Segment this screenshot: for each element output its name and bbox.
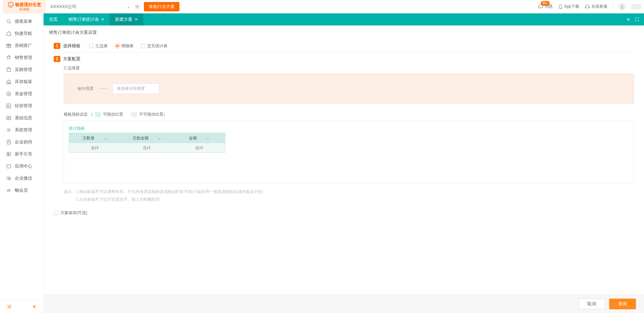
sidebar-item-operation[interactable]: 经营管理 [0, 100, 43, 112]
sidebar-item-inventory[interactable]: 库存核算 [0, 76, 43, 88]
sidebar-item-quick-nav[interactable]: 快捷导航 [0, 27, 43, 40]
total-cell: 合计 [121, 143, 173, 152]
chevron-down-icon: ⌄ [206, 136, 210, 140]
tab-label: 销售订单统计表 [68, 16, 99, 22]
online-service-label: 在线客服 [591, 4, 607, 9]
step-2-label: 方案配置 [63, 56, 80, 62]
radio-detail[interactable]: 明细表 [115, 43, 133, 49]
gift-icon [6, 43, 11, 48]
company-name: XXXXXX公司 [50, 4, 76, 10]
summary-dim-label: 汇总维度 [64, 65, 634, 71]
vip-icon [6, 188, 11, 193]
footer: 取消 查询 [44, 294, 644, 313]
dash [99, 88, 107, 89]
wechat-icon [6, 176, 11, 181]
avatar[interactable] [619, 3, 626, 10]
svg-rect-18 [7, 165, 11, 168]
logo[interactable]: 畅捷通好生意 标准版 [3, 0, 46, 13]
sidebar-label: 搜索菜单 [15, 18, 32, 24]
svg-point-15 [8, 129, 9, 131]
sidebar-label: 资金管理 [15, 91, 32, 97]
chevron-down-icon: ⌄ [158, 136, 161, 140]
svg-point-20 [8, 178, 11, 180]
svg-rect-5 [585, 7, 586, 8]
fullscreen-icon[interactable] [635, 17, 639, 22]
sidebar-item-purchase[interactable]: 采购管理 [0, 64, 43, 76]
svg-point-7 [622, 5, 623, 7]
list-icon [6, 115, 11, 121]
logo-icon [8, 2, 14, 8]
logo-subtitle: 标准版 [19, 7, 30, 12]
tips: 提示：1.拖动标题栏可以调整布局，不可跨维度或指标区域拖动栏目字段(只能在同一维… [64, 188, 634, 203]
sidebar-label: 库存核算 [15, 79, 32, 85]
bag-icon [6, 67, 11, 72]
tip-1: 1.拖动标题栏可以调整布局，不可跨维度或指标区域拖动栏目字段(只能在同一维度或指… [76, 189, 263, 194]
collapse-icon[interactable] [31, 304, 37, 309]
sidebar-label: 经营管理 [15, 103, 32, 109]
radio-cross[interactable]: 交叉统计表 [141, 43, 167, 49]
user-name-placeholder[interactable] [631, 4, 641, 9]
metric-col-amount-notax[interactable]: 无税金额⌄ [121, 133, 173, 143]
sidebar-item-app-center[interactable]: 应用中心 [0, 160, 43, 172]
coin-icon [6, 91, 11, 97]
cart-icon [6, 55, 11, 60]
metric-col-qty[interactable]: 主数量⌄ [69, 133, 121, 143]
gear-icon[interactable] [135, 4, 140, 9]
total-cell: 合计 [173, 143, 225, 152]
gear-nav-icon [6, 127, 11, 133]
close-icon[interactable]: ✕ [101, 17, 104, 22]
metric-col-amount[interactable]: 金额⌄ [173, 133, 225, 143]
sidebar-label: 基础信息 [15, 115, 32, 121]
divider [613, 4, 613, 10]
sidebar-item-finance[interactable]: 资金管理 [0, 88, 43, 100]
close-icon[interactable]: ✕ [135, 17, 138, 22]
tab-label: 新建方案 [115, 16, 132, 22]
swatch-draggable [95, 112, 101, 117]
sidebar-item-basic-info[interactable]: 基础信息 [0, 112, 43, 124]
tab-new-scheme[interactable]: 新建方案✕ [110, 13, 143, 25]
settings-icon[interactable] [7, 304, 12, 309]
close-all-icon[interactable] [626, 17, 631, 22]
sidebar-item-search-menu[interactable]: 搜索菜单 [0, 15, 43, 27]
tab-home[interactable]: 首页 [44, 13, 63, 25]
save-scheme-label: 方案保存(可选) [60, 210, 87, 216]
step-2-badge: 2 [54, 56, 60, 62]
sidebar-label: 新手引导 [15, 151, 32, 157]
cancel-button[interactable]: 取消 [578, 299, 605, 309]
col-label: 无税金额 [132, 135, 149, 141]
sidebar-item-member[interactable]: 畅会员 [0, 184, 43, 196]
tip-2: 2.点击标题栏下拉可设置排序、插入列和删除列 [76, 197, 160, 202]
online-service-button[interactable]: 在线客服 [585, 4, 607, 9]
col-label: 金额 [189, 135, 197, 141]
flag-icon [6, 151, 11, 157]
sidebar-item-marketing[interactable]: 营销推广 [0, 40, 43, 52]
sidebar-label: 营销推广 [15, 43, 32, 49]
search-icon [6, 19, 11, 24]
radio-label: 交叉统计表 [147, 43, 167, 49]
dimension-box: 纵向维度 请选择分组维度 [64, 74, 634, 104]
sidebar-item-system[interactable]: 系统管理 [0, 124, 43, 136]
app-download-button[interactable]: App下载 [558, 4, 579, 9]
sidebar-item-newbie[interactable]: 新手引导 [0, 148, 43, 160]
radio-summary[interactable]: 汇总表 [89, 43, 108, 49]
step-1-label: 选择模板 [63, 43, 80, 49]
sidebar-label: 企业协同 [15, 139, 32, 145]
svg-point-14 [7, 128, 11, 132]
legend-draggable: 可拖动位置 [103, 112, 123, 117]
svg-point-8 [7, 20, 10, 23]
metric-box: 统计指标 主数量⌄ 无税金额⌄ 金额⌄ 合计 合计 [64, 121, 634, 183]
radio-label: 汇总表 [96, 43, 108, 49]
message-button[interactable]: 99+ 消息 [538, 4, 553, 9]
sidebar-item-wechat[interactable]: 企业微信 [0, 172, 43, 184]
tab-sales-stat[interactable]: 销售订单统计表✕ [63, 13, 110, 25]
swatch-not-draggable [131, 112, 137, 117]
sidebar-item-sales[interactable]: 销售管理 [0, 52, 43, 64]
dimension-select[interactable]: 请选择分组维度 [112, 83, 159, 94]
experience-button[interactable]: 体验行业方案 [144, 2, 179, 11]
sidebar-item-collab[interactable]: 企业协同 [0, 136, 43, 148]
query-button[interactable]: 查询 [609, 299, 636, 309]
svg-point-0 [8, 2, 13, 7]
app-download-label: App下载 [564, 4, 579, 9]
company-select[interactable]: XXXXXX公司 ⌄ [50, 4, 130, 10]
save-scheme-checkbox[interactable] [54, 210, 58, 215]
